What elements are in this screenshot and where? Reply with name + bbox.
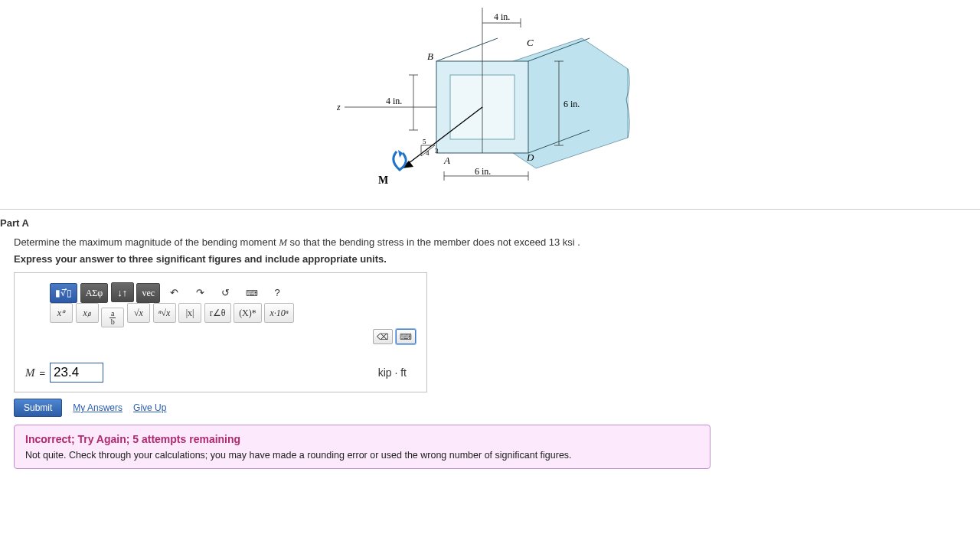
small-tools-row: ⌫ ⌨ [50, 327, 416, 350]
redo-button[interactable]: ↷ [188, 282, 211, 302]
answer-unit: kip · ft [378, 366, 407, 379]
answer-line: M = kip · ft [15, 357, 426, 392]
submit-button[interactable]: Submit [14, 399, 62, 417]
dim-left: 4 in. [386, 96, 402, 106]
subscript-button[interactable]: xᵦ [76, 303, 99, 323]
feedback-body: Not quite. Check through your calculatio… [25, 450, 699, 461]
scinotation-button[interactable]: x·10ⁿ [264, 303, 293, 323]
tri-den: 4 [426, 149, 430, 157]
keyboard-toggle-button[interactable]: ⌨ [396, 329, 416, 344]
prompt-var: M [279, 236, 287, 248]
greek-button[interactable]: ΑΣφ [80, 283, 109, 303]
prompt-post: so that the bending stress in the member… [287, 236, 580, 248]
undo-button[interactable]: ↶ [163, 282, 186, 302]
label-D: D [526, 151, 534, 163]
tri-num: 5 [423, 138, 426, 145]
superscript-button[interactable]: xᵃ [50, 303, 73, 323]
answer-input[interactable] [50, 363, 103, 383]
dim-right: 6 in. [564, 99, 580, 109]
answer-var: M [25, 366, 35, 379]
nroot-button[interactable]: ⁿ√x [153, 303, 176, 323]
label-A: A [443, 155, 450, 166]
actions-row: Submit My Answers Give Up [14, 399, 966, 417]
give-up-link[interactable]: Give Up [133, 402, 166, 413]
svg-line-4 [436, 38, 498, 61]
vec-button[interactable]: vec [136, 283, 160, 303]
tri-side: 3 [435, 147, 439, 155]
feedback-box: Incorrect; Try Again; 5 attempts remaini… [14, 425, 710, 469]
label-z: z [336, 102, 341, 112]
toolbar-row-1: ▮√̅▯ ΑΣφ ↓↑ vec ↶ ↷ ↺ ⌨ ? [50, 282, 416, 303]
templates-button[interactable]: ▮√̅▯ [50, 283, 77, 303]
keyboard-button[interactable]: ⌨ [240, 283, 263, 303]
reset-button[interactable]: ↺ [214, 282, 237, 302]
subscript-toggle-button[interactable]: ↓↑ [111, 282, 134, 302]
figure-area: 4 in. C B z 4 in. 6 in. 6 in. A D 5 3 4 … [0, 0, 980, 201]
label-M: M [378, 174, 388, 186]
abs-button[interactable]: |x| [178, 303, 201, 323]
toolbar-row-2: xᵃ xᵦ ab √x ⁿ√x |x| r∠θ (X)* x·10ⁿ [50, 303, 416, 327]
help-button[interactable]: ? [266, 282, 289, 302]
prompt: Determine the maximum magnitude of the b… [14, 236, 966, 249]
answer-box: ▮√̅▯ ΑΣφ ↓↑ vec ↶ ↷ ↺ ⌨ ? xᵃ xᵦ ab [14, 272, 427, 392]
sqrt-button[interactable]: √x [127, 303, 150, 323]
feedback-title: Incorrect; Try Again; 5 attempts remaini… [25, 433, 699, 445]
backspace-button[interactable]: ⌫ [373, 329, 393, 344]
equals-sign: = [40, 367, 46, 379]
fraction-button[interactable]: ab [101, 308, 124, 327]
part-title: Part A [0, 217, 980, 229]
label-B: B [427, 50, 433, 62]
dim-bottom: 6 in. [475, 166, 491, 177]
figure-svg: 4 in. C B z 4 in. 6 in. 6 in. A D 5 3 4 … [329, 0, 651, 199]
polar-button[interactable]: r∠θ [204, 303, 231, 323]
dim-top: 4 in. [494, 11, 510, 22]
label-C: C [527, 37, 534, 48]
my-answers-link[interactable]: My Answers [73, 402, 122, 413]
conjugate-button[interactable]: (X)* [234, 303, 262, 323]
instruction: Express your answer to three significant… [14, 253, 966, 265]
svg-marker-21 [398, 150, 403, 158]
prompt-pre: Determine the maximum magnitude of the b… [14, 236, 279, 248]
